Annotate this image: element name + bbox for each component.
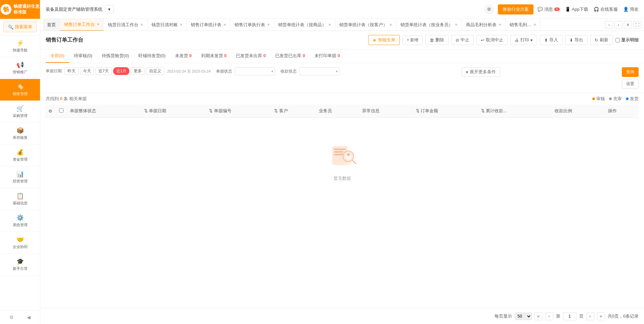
filter-tab-pending-review[interactable]: 待审核(0) bbox=[69, 49, 97, 63]
tab-close-product-profit[interactable]: ✕ bbox=[499, 23, 501, 27]
date-yesterday-button[interactable]: 昨天 bbox=[65, 67, 79, 75]
first-page-button[interactable]: « bbox=[534, 312, 543, 320]
query-button[interactable]: 查询 bbox=[622, 67, 639, 77]
tab-maximize-button[interactable]: ⛶ bbox=[633, 21, 641, 29]
tab-sales-stats-customer[interactable]: 销货单统计表（按客户） ✕ bbox=[335, 19, 396, 31]
add-button[interactable]: + 新增 bbox=[402, 35, 423, 45]
sidebar-item-enterprise[interactable]: 🤝 企业协同 bbox=[0, 232, 40, 254]
tab-cash-reconcile[interactable]: 钱货日清对账 ✕ bbox=[147, 19, 187, 31]
tab-close-sales-stats-product[interactable]: ✕ bbox=[328, 23, 331, 27]
tab-close-cash-daily[interactable]: ✕ bbox=[140, 23, 143, 27]
topbar-gear-button[interactable]: ⚙ bbox=[484, 5, 494, 14]
date-custom-button[interactable]: 自定义 bbox=[146, 67, 164, 75]
filter-tab-shipped-not-out[interactable]: 已发货未出库 0 bbox=[231, 49, 270, 63]
prev-page-button[interactable]: ‹ bbox=[545, 312, 553, 320]
sidebar-item-system[interactable]: ⚙️ 系统管理 bbox=[0, 210, 40, 232]
tab-home[interactable]: 首页 bbox=[43, 19, 60, 31]
cancel-stop-button[interactable]: ↩ 取消中止 bbox=[476, 35, 508, 45]
filter-tab-not-printed[interactable]: 未打印单据 0 bbox=[310, 49, 345, 63]
tab-scroll-right-button[interactable]: › bbox=[614, 21, 622, 29]
export-button[interactable]: ⬇ 导出 bbox=[565, 35, 588, 45]
filter-tab-overdue-not-shipped[interactable]: 到期未发货 0 bbox=[197, 49, 231, 63]
app-download-button[interactable]: 📱 App下载 bbox=[565, 6, 588, 12]
tab-cash-daily[interactable]: 钱货日清工作台 ✕ bbox=[104, 19, 147, 31]
tab-sales-order-workbench[interactable]: 销售订单工作台 ✕ bbox=[60, 19, 104, 31]
page-number-input[interactable] bbox=[563, 312, 576, 320]
page-size-select[interactable]: 50 20 100 bbox=[515, 313, 532, 320]
tab-sales-order-exec[interactable]: 销售订单执行表 ✕ bbox=[230, 19, 274, 31]
online-service-button[interactable]: 🎧 在线客服 bbox=[594, 6, 618, 12]
tab-close-all-button[interactable]: ✕ bbox=[624, 21, 632, 29]
sidebar-item-sales[interactable]: 🏷️ 销售管理 bbox=[0, 79, 40, 101]
sidebar-item-marketing[interactable]: 📢 营销推广 bbox=[0, 57, 40, 79]
tab-scroll-left-button[interactable]: ‹ bbox=[605, 21, 613, 29]
export-icon: ⬇ bbox=[569, 38, 573, 43]
tab-close-cash-reconcile[interactable]: ✕ bbox=[180, 23, 182, 27]
user-button[interactable]: 👤 用友 bbox=[623, 6, 639, 12]
stop-icon: ⊘ bbox=[456, 38, 459, 43]
date-more-button[interactable]: 更多 bbox=[131, 67, 145, 75]
ship-action[interactable]: 发货 bbox=[626, 96, 639, 102]
expand-section: ▾ 展开更多条件 bbox=[345, 67, 616, 77]
next-page-button[interactable]: › bbox=[586, 312, 594, 320]
tab-close-sales-profit[interactable]: ✕ bbox=[533, 23, 536, 27]
show-detail-checkbox[interactable] bbox=[615, 38, 620, 42]
tab-sales-stats-staff[interactable]: 销货单统计表（按业务员） ✕ bbox=[396, 19, 462, 31]
tab-product-profit[interactable]: 商品毛利分析表 ✕ bbox=[462, 19, 506, 31]
search-menu-button[interactable]: 🔍 搜索菜单 bbox=[3, 22, 37, 32]
sidebar-item-finance[interactable]: 💰 资金管理 bbox=[0, 145, 40, 166]
payment-select[interactable] bbox=[299, 67, 340, 75]
operation-icon: 📊 bbox=[3, 170, 37, 178]
message-button[interactable]: 💬 消息 6 bbox=[538, 6, 560, 12]
tab-close-sales-order-stats[interactable]: ✕ bbox=[223, 23, 226, 27]
sidebar-item-operation[interactable]: 📊 经营管理 bbox=[0, 166, 40, 188]
date-7days-button[interactable]: 近7天 bbox=[95, 67, 112, 75]
sidebar-item-purchase[interactable]: 🛒 采购管理 bbox=[0, 101, 40, 123]
gear-icon[interactable]: ⚙ bbox=[48, 109, 52, 114]
sort-icon-collected[interactable]: ⇅ bbox=[481, 108, 485, 113]
th-checkbox bbox=[56, 105, 67, 118]
sidebar-item-newbie[interactable]: 🎓 新手引导 bbox=[0, 254, 40, 276]
tab-close-sales-order-exec[interactable]: ✕ bbox=[267, 23, 270, 27]
date-today-button[interactable]: 今天 bbox=[80, 67, 94, 75]
tab-sales-stats-product[interactable]: 销货单统计表（按商品） ✕ bbox=[274, 19, 335, 31]
settings-bottom-button[interactable]: ⚙ bbox=[8, 313, 15, 321]
tab-sales-profit[interactable]: 销售毛利… ✕ bbox=[506, 19, 541, 31]
sort-icon-customer[interactable]: ⇅ bbox=[274, 108, 278, 113]
filter-tab-not-shipped[interactable]: 未发货 0 bbox=[170, 49, 197, 63]
sort-icon-number[interactable]: ⇅ bbox=[209, 108, 213, 113]
purchase-icon: 🛒 bbox=[3, 105, 37, 112]
smart-create-button[interactable]: ★ 智能生单 bbox=[368, 35, 400, 45]
filter-settings-button[interactable]: 设置 bbox=[622, 79, 639, 89]
system-selector[interactable]: ▾ bbox=[105, 5, 114, 13]
filter-tab-all[interactable]: 全部(0) bbox=[46, 49, 69, 63]
last-page-button[interactable]: » bbox=[597, 312, 605, 320]
sidebar-item-quick-nav[interactable]: ⚡ 快捷导航 bbox=[0, 35, 40, 57]
cta-button[interactable]: 体验行业方案 bbox=[498, 4, 533, 14]
sidebar-item-basic-info[interactable]: 📋 基础信息 bbox=[0, 188, 40, 210]
unreviewed-action[interactable]: 充审 bbox=[609, 96, 622, 102]
tab-close-sales-order-workbench[interactable]: ✕ bbox=[97, 23, 99, 26]
review-action[interactable]: 审核 bbox=[592, 96, 605, 102]
tab-close-sales-stats-customer[interactable]: ✕ bbox=[389, 23, 392, 27]
select-all-checkbox[interactable] bbox=[59, 108, 63, 113]
status-select[interactable] bbox=[235, 67, 275, 75]
collapse-sidebar-button[interactable]: ◀ bbox=[26, 313, 32, 321]
stop-button[interactable]: ⊘ 中止 bbox=[451, 35, 474, 45]
print-button[interactable]: 🖨 打印 ▾ bbox=[510, 35, 537, 45]
tab-close-sales-stats-staff[interactable]: ✕ bbox=[455, 23, 458, 27]
filter-tab-pending-inspect[interactable]: 待拣货验货(0) bbox=[97, 49, 134, 63]
date-filter-group: 单据日期 昨天 今天 近7天 近1月 更多 自定义 2023-02-24 至 2… bbox=[46, 67, 211, 75]
tab-sales-order-stats[interactable]: 销售订单统计表 ✕ bbox=[187, 19, 230, 31]
refresh-button[interactable]: ↻ 刷新 bbox=[590, 35, 613, 45]
import-button[interactable]: ⬆ 导入 bbox=[540, 35, 562, 45]
date-1month-button[interactable]: 近1月 bbox=[113, 67, 130, 75]
sort-icon[interactable]: ⇅ bbox=[144, 108, 148, 113]
sidebar-item-inventory[interactable]: 📦 库存核算 bbox=[0, 123, 40, 145]
show-detail-label[interactable]: 显示明细 bbox=[615, 37, 639, 43]
filter-tab-shipped-out[interactable]: 已发货已出库 0 bbox=[270, 49, 310, 63]
expand-conditions-button[interactable]: ▾ 展开更多条件 bbox=[462, 67, 500, 77]
filter-tab-wangpu-pending[interactable]: 旺铺待发货(0) bbox=[134, 49, 170, 63]
sort-icon-amount[interactable]: ⇅ bbox=[416, 108, 420, 113]
delete-button[interactable]: 🗑 删除 bbox=[425, 35, 448, 45]
